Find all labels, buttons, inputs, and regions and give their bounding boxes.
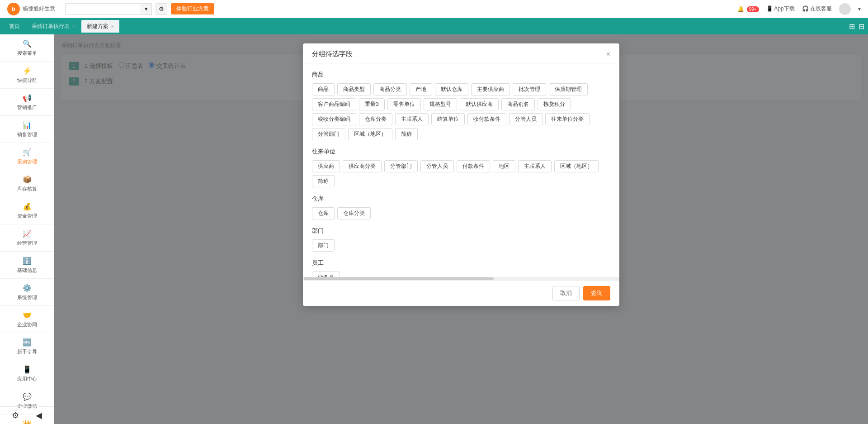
field-short-name-partner[interactable]: 简称 (312, 175, 335, 187)
field-region[interactable]: 地区 (493, 160, 515, 172)
enterprise-icon: 🤝 (23, 310, 32, 319)
header-dropdown[interactable]: ▾ (141, 3, 152, 15)
search-icon: 🔍 (23, 39, 32, 48)
field-default-supplier[interactable]: 默认供应商 (460, 98, 499, 110)
system-icon: ⚙️ (23, 283, 32, 292)
field-region-product[interactable]: 区域（地区） (348, 128, 392, 140)
sidebar-item-quick-nav[interactable]: ⚡ 快捷导航 (0, 62, 54, 89)
finance-icon: 💰 (23, 202, 32, 211)
modal-body[interactable]: 商品 商品 商品类型 商品分类 产地 默认仓库 主要供应商 批次管理 保质期管理… (303, 63, 619, 277)
field-selection-modal: 分组待选字段 × 商品 商品 商品类型 商品分类 产地 默认仓库 主要供应商 批… (303, 43, 619, 306)
header-right: 🔔 99+ 📱 App下载 🎧 在线客服 ▾ (737, 3, 861, 15)
field-payment-condition[interactable]: 付款条件 (457, 160, 490, 172)
modal-horizontal-scrollbar[interactable] (303, 277, 619, 280)
user-menu[interactable]: ▾ (858, 6, 861, 12)
logo-area: b 畅捷通好生意 (7, 3, 61, 15)
avatar[interactable] (839, 3, 851, 15)
field-short-name-product[interactable]: 简称 (395, 128, 418, 140)
field-tax-code[interactable]: 税收分类编码 (312, 113, 356, 125)
tab-expand-icon[interactable]: ⊟ (859, 22, 864, 31)
tab-home[interactable]: 首页 (4, 20, 25, 33)
field-main-contact-partner[interactable]: 主联系人 (518, 160, 552, 172)
sidebar-item-sales[interactable]: 📊 销售管理 (0, 116, 54, 143)
sidebar-item-marketing[interactable]: 📢 营销推广 (0, 89, 54, 116)
notification-badge: 99+ (747, 6, 759, 12)
field-settlement-unit[interactable]: 结算单位 (431, 113, 465, 125)
field-main-supplier[interactable]: 主要供应商 (471, 83, 510, 95)
sidebar-item-finance[interactable]: 💰 资金管理 (0, 197, 54, 224)
field-warehouse-category[interactable]: 仓库分类 (359, 113, 392, 125)
section-title-employee: 员工 (312, 259, 610, 267)
field-origin[interactable]: 产地 (410, 83, 432, 95)
field-product-alias[interactable]: 商品别名 (501, 98, 535, 110)
dept-fields: 部门 (312, 239, 610, 252)
field-retail-unit[interactable]: 零售单位 (387, 98, 421, 110)
field-default-warehouse[interactable]: 默认仓库 (435, 83, 468, 95)
field-partner-category[interactable]: 往来单位分类 (545, 113, 590, 125)
field-pick-points[interactable]: 拣货积分 (538, 98, 571, 110)
field-product-category[interactable]: 商品分类 (373, 83, 407, 95)
logo-text: 畅捷通好生意 (23, 5, 55, 13)
field-weight3[interactable]: 重量3 (359, 98, 385, 110)
purchase-icon: 🛒 (23, 148, 32, 157)
tab-collapse-icon[interactable]: ⊞ (849, 22, 855, 31)
field-batch-management[interactable]: 批次管理 (513, 83, 546, 95)
app-download[interactable]: 📱 App下载 (766, 5, 795, 13)
section-title-dept: 部门 (312, 227, 610, 235)
modal-header: 分组待选字段 × (303, 43, 619, 63)
field-product-type[interactable]: 商品类型 (337, 83, 371, 95)
field-supplier-category[interactable]: 供应商分类 (343, 160, 382, 172)
field-main-contact[interactable]: 主联系人 (395, 113, 429, 125)
sidebar-item-newbie[interactable]: 🆕 新手引导 (0, 333, 54, 360)
sidebar-settings-icon[interactable]: ⚙ (12, 410, 19, 420)
confirm-button[interactable]: 查询 (583, 286, 610, 300)
field-region-partner[interactable]: 区域（地区） (554, 160, 599, 172)
header-gear-icon[interactable]: ⚙ (156, 3, 167, 15)
partner-fields: 供应商 供应商分类 分管部门 分管人员 付款条件 地区 主联系人 区域（地区） … (312, 160, 610, 187)
field-manager[interactable]: 分管人员 (509, 113, 542, 125)
field-managed-dept[interactable]: 分管部门 (384, 160, 418, 172)
sidebar: 🔍 搜索菜单 ⚡ 快捷导航 📢 营销推广 📊 销售管理 🛒 采购管理 📦 库存核… (0, 34, 54, 424)
field-dept[interactable]: 部门 (312, 239, 335, 252)
sales-icon: 📊 (23, 120, 32, 129)
header-search-input[interactable] (65, 3, 141, 15)
newbie-icon: 🆕 (23, 338, 32, 347)
tab-new-plan[interactable]: 新建方案 × (81, 20, 119, 33)
field-warehouse[interactable]: 仓库 (312, 207, 335, 219)
field-managed-person[interactable]: 分管人员 (420, 160, 454, 172)
tab-bar: 首页 采购订单执行表 × 新建方案 × ⊞ ⊟ (0, 18, 868, 34)
sidebar-item-inventory[interactable]: 📦 库存核算 (0, 170, 54, 197)
field-supplier[interactable]: 供应商 (312, 160, 340, 172)
field-salesperson[interactable]: 业务员 (312, 272, 340, 277)
tab-purchase-order-close[interactable]: × (72, 24, 75, 29)
field-spec-model[interactable]: 规格型号 (424, 98, 457, 110)
field-customer-product-code[interactable]: 客户商品编码 (312, 98, 356, 110)
field-warehouse-cat[interactable]: 仓库分类 (337, 207, 371, 219)
sidebar-item-search[interactable]: 🔍 搜索菜单 (0, 34, 54, 62)
headset-icon: 🎧 (802, 5, 809, 12)
field-dept-managed[interactable]: 分管部门 (312, 128, 345, 140)
cancel-button[interactable]: 取消 (552, 286, 580, 300)
notification-area[interactable]: 🔔 99+ (737, 6, 759, 12)
modal-footer: 取消 查询 (303, 280, 619, 306)
sidebar-item-operations[interactable]: 📈 经营管理 (0, 224, 54, 252)
section-title-product: 商品 (312, 71, 610, 79)
sidebar-item-system[interactable]: ⚙️ 系统管理 (0, 279, 54, 306)
tab-new-plan-close[interactable]: × (111, 24, 114, 29)
sidebar-item-enterprise[interactable]: 🤝 企业协同 (0, 306, 54, 333)
modal-close-button[interactable]: × (606, 50, 610, 58)
sidebar-collapse-icon[interactable]: ◀ (36, 410, 42, 420)
tab-purchase-order[interactable]: 采购订单执行表 × (26, 20, 80, 33)
field-quality-period[interactable]: 保质期管理 (549, 83, 588, 95)
experience-btn[interactable]: 体验行业方案 (171, 3, 214, 14)
sidebar-item-basic-info[interactable]: ℹ️ 基础信息 (0, 252, 54, 279)
basic-info-icon: ℹ️ (23, 256, 32, 265)
field-payment-terms[interactable]: 收付款条件 (467, 113, 506, 125)
logo-icon: b (7, 3, 20, 15)
employee-fields: 业务员 (312, 272, 610, 277)
sidebar-item-app-center[interactable]: 📱 应用中心 (0, 360, 54, 387)
sidebar-item-purchase[interactable]: 🛒 采购管理 (0, 143, 54, 170)
online-service[interactable]: 🎧 在线客服 (802, 5, 832, 13)
field-product[interactable]: 商品 (312, 83, 335, 95)
quick-nav-icon: ⚡ (23, 66, 32, 75)
